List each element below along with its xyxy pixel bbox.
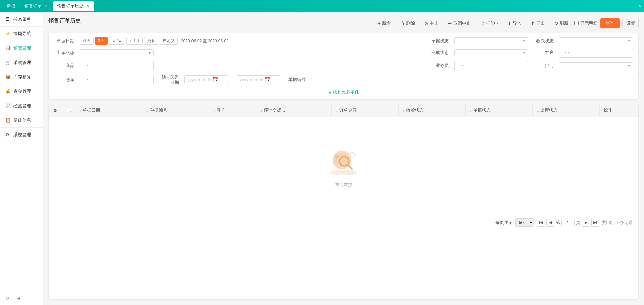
display-detail-checkbox[interactable]	[574, 21, 579, 25]
sidebar-item-finance[interactable]: 💰 资金管理	[0, 84, 43, 99]
main-layout: ☰ 搜索菜单 ⚡ 快捷导航 📊 销售管理 🛒 采购管理 📦 库存核算 💰 资金管…	[0, 12, 644, 305]
settings-button[interactable]: 设置	[622, 18, 639, 28]
th-payment-status[interactable]: ↕ 收款状态	[398, 104, 466, 117]
product-input[interactable]: ···	[80, 61, 154, 70]
sidebar-item-search-menu[interactable]: ☰ 搜索菜单	[0, 12, 43, 27]
product-label: 商品	[54, 63, 74, 69]
cancel-stop-icon: ↩	[448, 21, 452, 26]
export-icon: ⬆	[531, 21, 535, 26]
salesperson-input[interactable]: ···	[454, 61, 528, 70]
customer-input[interactable]: ···	[559, 48, 633, 58]
th-order-amount[interactable]: ↕ 订单金额	[332, 104, 399, 117]
complete-status-label: 完成状态	[429, 50, 449, 56]
filter-area: 单据日期 昨天 3天 近7天 近1月 更多 自定义 2023-06-02 至 2…	[48, 33, 639, 100]
page-number-input[interactable]	[561, 219, 575, 226]
print-button[interactable]: 🖨 打印 ▾	[477, 18, 501, 28]
salesperson-dots-icon[interactable]: ···	[459, 63, 466, 69]
import-button[interactable]: ⬇ 导入	[504, 18, 525, 28]
customer-dots-icon[interactable]: ···	[563, 50, 570, 56]
sidebar-item-purchase-mgmt[interactable]: 🛒 采购管理	[0, 55, 43, 70]
th-checkbox[interactable]	[62, 104, 75, 117]
display-detail-toggle[interactable]: 显示明细	[574, 20, 598, 26]
th-customer[interactable]: ↕ 客户	[209, 104, 256, 117]
date-btn-yesterday[interactable]: 昨天	[80, 37, 94, 45]
window-minimize[interactable]: —	[626, 4, 630, 8]
sidebar-bottom: ⚙ ◀	[0, 292, 43, 305]
calendar-from-icon: 📅	[213, 77, 218, 82]
th-bill-no[interactable]: ↕ 单据编号	[142, 104, 209, 117]
date-separator: —	[230, 77, 234, 82]
purchase-mgmt-icon: 🛒	[5, 60, 11, 65]
out-status-label: 出库状态	[54, 50, 74, 56]
sidebar-settings-icon[interactable]: ⚙	[5, 296, 11, 302]
refresh-button[interactable]: ↻ 刷新	[551, 18, 572, 28]
tab-close-sales-order[interactable]: ✕	[44, 4, 48, 8]
date-btn-3days[interactable]: 3天	[95, 37, 108, 45]
date-btn-7days[interactable]: 近7天	[109, 37, 125, 45]
th-bill-status[interactable]: ↕ 单据状态	[466, 104, 533, 117]
payment-status-select[interactable]: ▾	[559, 37, 633, 44]
th-expected-date[interactable]: ↕ 预计交货...	[256, 104, 331, 117]
date-btn-custom[interactable]: 自定义	[160, 37, 178, 45]
warehouse-input[interactable]: ···	[80, 75, 154, 84]
th-settings[interactable]: ⚙	[49, 104, 62, 117]
next-page-button[interactable]: ▶	[582, 219, 590, 227]
th-bill-date[interactable]: ↕ 单据日期	[75, 104, 142, 117]
department-select[interactable]: ▾	[559, 62, 633, 69]
expected-date-to[interactable]: yyyy-mm-dd 📅	[237, 75, 280, 84]
payment-status-arrow-icon: ▾	[628, 39, 630, 43]
select-all-checkbox[interactable]	[67, 108, 71, 112]
window-close[interactable]: ✕	[638, 4, 641, 8]
finance-icon: 💰	[5, 89, 11, 94]
date-btn-month[interactable]: 近1月	[126, 37, 143, 45]
page-navigation: |◀ ◀ 第 页 ▶ ▶|	[537, 219, 599, 227]
search-menu-icon: ☰	[5, 16, 11, 22]
tab-home[interactable]: 新增	[3, 1, 19, 11]
sidebar-collapse-icon[interactable]: ◀	[17, 296, 23, 302]
data-table: ⚙ ↕ 单据日期	[49, 104, 638, 215]
table-body: 暂无数据	[49, 117, 638, 215]
window-maximize[interactable]: □	[633, 4, 635, 8]
expected-date-from[interactable]: yyyy-mm-dd 📅	[184, 75, 228, 84]
delete-icon: 🗑	[400, 21, 405, 26]
sidebar-item-sales-mgmt[interactable]: 📊 销售管理	[0, 41, 43, 55]
warehouse-dots-icon[interactable]: ···	[84, 77, 91, 83]
per-page-select[interactable]: 50 10 20 100	[515, 218, 534, 227]
sidebar-item-operations[interactable]: 📈 经营管理	[0, 99, 43, 113]
cancel-stop-button[interactable]: ↩ 取消中止	[444, 18, 474, 28]
th-operation: 操作	[600, 104, 638, 117]
bill-no-input[interactable]	[311, 78, 633, 81]
prev-page-button[interactable]: ◀	[546, 219, 554, 227]
date-btn-more[interactable]: 更多	[144, 37, 158, 45]
inventory-icon: 📦	[5, 74, 11, 80]
svg-point-0	[330, 170, 357, 175]
filter-row-2: 出库状态 ▾ 完成状态 ▾ 客户 ···	[54, 48, 633, 58]
new-button[interactable]: + 新增	[375, 18, 394, 28]
first-page-button[interactable]: |◀	[537, 219, 545, 227]
filter-row-3: 商品 ··· 业务员 ··· 部门 ▾	[54, 61, 633, 70]
print-arrow-icon: ▾	[496, 21, 498, 25]
window-controls: — □ ✕	[626, 4, 641, 8]
query-button[interactable]: 查询	[600, 18, 620, 28]
top-bar: 新增 销售订单 ✕ 销售订单历史 ✕ — □ ✕	[0, 0, 644, 12]
bill-status-select[interactable]: ▾	[454, 37, 528, 44]
tab-sales-order-history[interactable]: 销售订单历史 ✕	[53, 1, 94, 11]
export-button[interactable]: ⬆ 导出	[527, 18, 548, 28]
out-status-select[interactable]: ▾	[80, 49, 154, 56]
last-page-button[interactable]: ▶|	[591, 219, 599, 227]
import-icon: ⬇	[507, 21, 511, 26]
stop-button[interactable]: ⊘ 中止	[421, 18, 442, 28]
date-filter-label: 单据日期	[54, 38, 74, 44]
sidebar-item-quick-nav[interactable]: ⚡ 快捷导航	[0, 27, 43, 41]
delete-button[interactable]: 🗑 删除	[397, 18, 418, 28]
quick-nav-icon: ⚡	[5, 31, 11, 36]
th-out-status[interactable]: ↕ 出库状态	[532, 104, 600, 117]
complete-status-select[interactable]: ▾	[454, 49, 528, 56]
sidebar-item-inventory[interactable]: 📦 库存核算	[0, 70, 43, 84]
product-dots-icon[interactable]: ···	[84, 63, 91, 69]
collapse-button[interactable]: ∧ 收起更多条件	[54, 89, 633, 95]
sidebar-item-sys-mgmt[interactable]: ⚙ 系统管理	[0, 128, 43, 142]
tab-close-history[interactable]: ✕	[85, 4, 90, 8]
tab-sales-order[interactable]: 销售订单 ✕	[20, 1, 52, 11]
sidebar-item-basic-info[interactable]: 📋 基础信息	[0, 113, 43, 128]
